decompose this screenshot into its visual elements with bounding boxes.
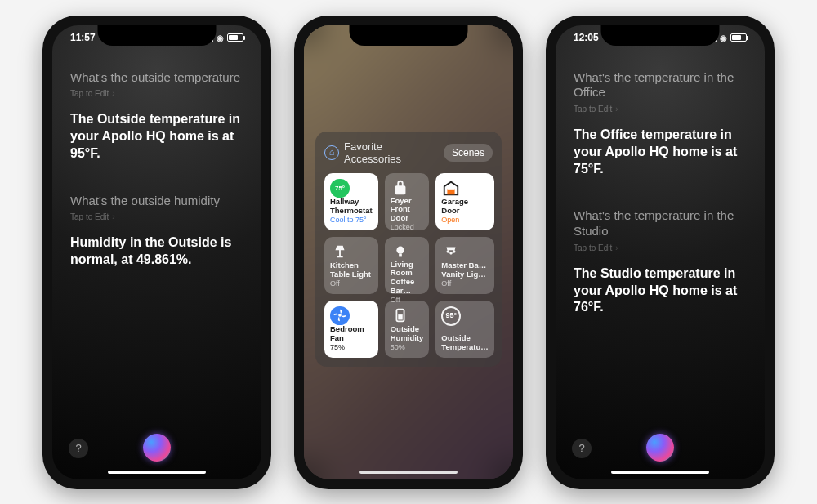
user-query[interactable]: What's the temperature in the Office — [574, 70, 747, 101]
tile-status: Off — [330, 279, 373, 288]
siri-help-button[interactable]: ? — [572, 439, 592, 458]
lock-icon — [391, 179, 410, 197]
svg-point-0 — [396, 246, 404, 253]
accessory-tile-chandelier[interactable]: Master Ba… Vanity Lig…Off — [435, 237, 493, 294]
battery-icon — [227, 33, 243, 42]
home-indicator[interactable] — [108, 471, 206, 474]
tile-name: Hallway Thermostat — [330, 198, 373, 216]
tile-status: Off — [391, 296, 424, 304]
wifi-icon — [720, 32, 727, 43]
iphone-center: Favorite Accessories Scenes 75°Hallway T… — [294, 16, 523, 489]
fan-icon — [330, 306, 350, 326]
accessory-tile-temp[interactable]: 95°Outside Temperatu… — [435, 301, 493, 358]
temperature-icon: 95° — [441, 306, 461, 326]
status-time: 11:57 — [70, 32, 96, 43]
chevron-right-icon: › — [112, 89, 114, 98]
status-time: 12:05 — [574, 32, 599, 43]
svg-rect-4 — [399, 315, 402, 319]
lamp-icon — [330, 243, 350, 262]
tile-status: Cool to 75° — [330, 216, 373, 224]
notch — [601, 25, 720, 46]
tile-status: 75% — [330, 343, 373, 351]
chandelier-icon — [441, 243, 461, 262]
user-query[interactable]: What's the outside humidity — [70, 194, 243, 209]
tile-name: Bedroom Fan — [330, 325, 373, 343]
tile-name: Master Ba… Vanity Lig… — [441, 261, 488, 279]
tile-name: Garage Door — [441, 198, 488, 216]
siri-screen: 11:57 What's the outside temperature Tap… — [52, 25, 261, 479]
siri-orb-icon[interactable] — [646, 434, 674, 462]
qa-block: What's the outside humidity Tap to Edit›… — [70, 194, 243, 269]
qa-block: What's the temperature in the Studio Tap… — [574, 208, 747, 316]
siri-orb-icon[interactable] — [143, 434, 171, 462]
tile-status: 50% — [391, 343, 424, 351]
humidity-icon — [391, 306, 410, 326]
tap-to-edit[interactable]: Tap to Edit› — [70, 89, 243, 98]
siri-conversation: What's the temperature in the Office Tap… — [556, 70, 765, 348]
iphone-right: 12:05 What's the temperature in the Offi… — [546, 16, 775, 489]
light-icon — [391, 243, 410, 261]
accessory-tile-humidity[interactable]: Outside Humidity50% — [385, 301, 430, 358]
garage-icon — [441, 179, 461, 198]
siri-response: Humidity in the Outside is normal, at 49… — [70, 234, 243, 269]
accessory-tile-lamp[interactable]: Kitchen Table LightOff — [324, 237, 378, 294]
siri-response: The Studio temperature in your Apollo HQ… — [574, 265, 747, 316]
thermostat-icon: 75° — [330, 179, 350, 198]
siri-conversation: What's the outside temperature Tap to Ed… — [52, 70, 261, 300]
svg-rect-1 — [399, 253, 402, 256]
widget-header: Favorite Accessories Scenes — [324, 140, 493, 165]
chevron-right-icon: › — [615, 105, 618, 114]
qa-block: What's the outside temperature Tap to Ed… — [70, 70, 243, 163]
tap-to-edit[interactable]: Tap to Edit› — [70, 212, 243, 221]
widget-title: Favorite Accessories — [344, 140, 439, 165]
accessory-tile-thermostat[interactable]: 75°Hallway ThermostatCool to 75° — [324, 173, 378, 230]
user-query[interactable]: What's the temperature in the Studio — [574, 208, 747, 239]
notch — [98, 25, 217, 46]
accessory-tile-light[interactable]: Living Room Coffee Bar…Off — [385, 237, 430, 294]
scenes-button[interactable]: Scenes — [444, 144, 493, 162]
tap-to-edit[interactable]: Tap to Edit› — [574, 243, 747, 252]
tile-status: Locked — [391, 223, 424, 231]
accessory-tiles-grid: 75°Hallway ThermostatCool to 75°Foyer Fr… — [324, 173, 493, 358]
notch — [350, 25, 468, 46]
tap-to-edit[interactable]: Tap to Edit› — [574, 105, 747, 114]
tile-status: Off — [441, 279, 488, 288]
home-indicator[interactable] — [611, 471, 709, 474]
control-center-home-widget: Favorite Accessories Scenes 75°Hallway T… — [304, 25, 513, 479]
siri-response: The Office temperature in your Apollo HQ… — [574, 127, 747, 177]
siri-screen: 12:05 What's the temperature in the Offi… — [556, 25, 765, 479]
battery-icon — [730, 33, 747, 42]
chevron-right-icon: › — [615, 243, 618, 252]
home-widget-panel: Favorite Accessories Scenes 75°Hallway T… — [315, 132, 502, 367]
home-icon — [324, 145, 339, 160]
siri-response: The Outside temperature in your Apollo H… — [70, 111, 243, 162]
qa-block: What's the temperature in the Office Tap… — [574, 70, 747, 178]
accessory-tile-garage[interactable]: Garage DoorOpen — [435, 173, 493, 230]
iphone-left: 11:57 What's the outside temperature Tap… — [42, 16, 271, 489]
tile-name: Foyer Front Door — [391, 197, 424, 224]
tile-name: Outside Temperatu… — [441, 334, 488, 352]
svg-point-2 — [338, 314, 342, 318]
tile-name: Living Room Coffee Bar… — [391, 261, 424, 297]
tile-name: Kitchen Table Light — [330, 261, 373, 279]
tile-name: Outside Humidity — [391, 325, 424, 343]
accessory-tile-lock[interactable]: Foyer Front DoorLocked — [385, 173, 430, 230]
user-query[interactable]: What's the outside temperature — [70, 70, 243, 86]
chevron-right-icon: › — [112, 212, 114, 221]
tile-status: Open — [441, 216, 488, 224]
home-indicator[interactable] — [359, 471, 458, 474]
siri-help-button[interactable]: ? — [69, 439, 88, 458]
wifi-icon — [217, 32, 224, 43]
accessory-tile-fan[interactable]: Bedroom Fan75% — [324, 301, 378, 358]
